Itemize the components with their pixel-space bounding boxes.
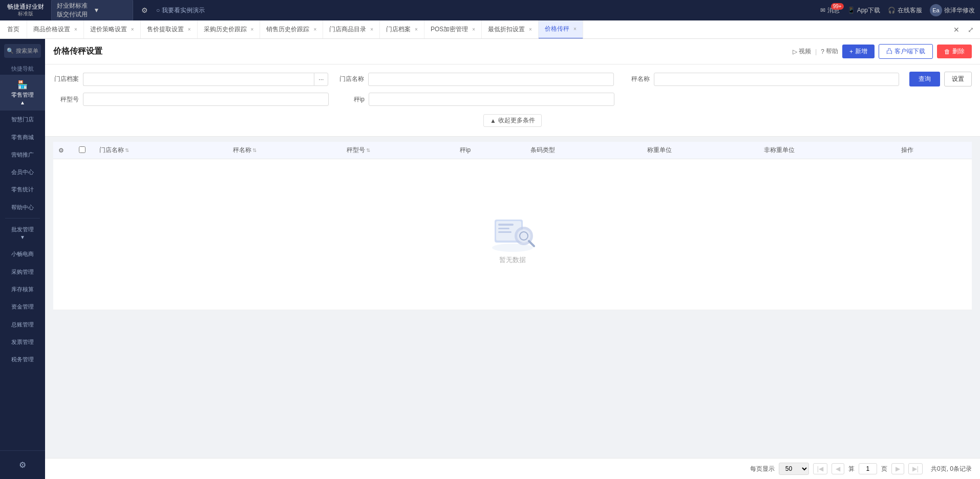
page-input[interactable] [859, 463, 877, 474]
sidebar-item-member-center[interactable]: 会员中心 [0, 163, 45, 181]
app-download-btn[interactable]: 📱 App下载 [847, 6, 880, 15]
sidebar-item-inventory[interactable]: 库存核算 [0, 280, 45, 298]
sidebar-item-help-center[interactable]: 帮助中心 [0, 199, 45, 216]
setting-button[interactable]: 设置 [944, 72, 972, 86]
tab-close-purchase-strategy[interactable]: × [131, 27, 134, 32]
store-name-label: 门店名称 [338, 75, 364, 83]
tab-purchase-history[interactable]: 采购历史价跟踪 × [198, 20, 261, 39]
th-checkbox[interactable] [74, 142, 94, 159]
store-archive-input[interactable] [83, 73, 314, 86]
tab-sale-history[interactable]: 销售历史价跟踪 × [260, 20, 323, 39]
sidebar-search-btn[interactable]: 🔍 搜索菜单 [4, 44, 41, 58]
tab-bar: 首页 商品价格设置 × 进价策略设置 × 售价提取设置 × 采购历史价跟踪 × … [0, 20, 980, 39]
sidebar-item-xiaochange-label: 小畅电商 [11, 250, 34, 257]
gear-icon-bottom: ⚙ [19, 461, 26, 469]
sidebar-item-purchase-mgmt[interactable]: 采购管理 [0, 263, 45, 280]
page-prev-btn[interactable]: ◀ [832, 463, 844, 474]
empty-state: 暂无数据 [58, 163, 967, 306]
add-button[interactable]: + 新增 [842, 45, 875, 58]
scale-name-input[interactable] [654, 73, 899, 86]
store-name-input[interactable] [368, 73, 613, 86]
delete-button[interactable]: 🗑 删除 [937, 45, 972, 58]
top-right-area: ✉ 消息 99+ 📱 App下载 🎧 在线客服 Ea 徐泽华修改 [820, 4, 975, 16]
sidebar-item-smart-store[interactable]: 智慧门店 [0, 111, 45, 128]
sidebar-gear-btn[interactable]: ⚙ [0, 456, 45, 474]
store-archive-label: 门店档案 [53, 75, 79, 83]
tab-close-sale-history[interactable]: × [313, 27, 316, 32]
demo-link-label: 我要看实例演示 [162, 6, 205, 15]
scale-model-input[interactable] [83, 93, 329, 106]
tab-close-pos-encrypt[interactable]: × [472, 27, 475, 32]
version-gear-btn[interactable]: ⚙ [138, 5, 151, 16]
version-selector[interactable]: 好业财标准版交付试用 ▼ [51, 0, 133, 21]
wholesale-mgmt-expand-icon: ▼ [20, 234, 25, 240]
sidebar-item-retail-stats-label: 零售统计 [11, 186, 34, 193]
sidebar-item-retail-stats[interactable]: 零售统计 [0, 181, 45, 198]
separator: | [815, 48, 817, 55]
page-first-btn[interactable]: |◀ [813, 463, 827, 474]
nav-label: 快捷导航 [11, 65, 34, 73]
th-weight-unit: 称重单位 [642, 142, 759, 159]
tab-close-purchase-history[interactable]: × [251, 27, 254, 32]
sidebar-item-tax[interactable]: 税务管理 [0, 351, 45, 368]
svg-rect-3 [498, 224, 514, 226]
select-all-checkbox[interactable] [79, 146, 86, 153]
tab-close-all-btn[interactable]: ✕ [951, 25, 962, 35]
tab-store-archive[interactable]: 门店档案 × [380, 20, 424, 39]
th-scale-model-sort[interactable]: 秤型号 ⇅ [347, 146, 450, 155]
sidebar-item-general-ledger[interactable]: 总账管理 [0, 316, 45, 333]
top-bar: 畅捷通好业财 标准版 好业财标准版交付试用 ▼ ⚙ ○ 我要看实例演示 ✉ 消息… [0, 0, 980, 20]
video-link[interactable]: ▷ 视频 [793, 47, 811, 56]
collapse-btn[interactable]: ▲ 收起更多条件 [483, 114, 542, 127]
version-label: 好业财标准版交付试用 [57, 2, 91, 19]
sidebar-divider-1 [5, 218, 40, 219]
tab-close-store-catalog[interactable]: × [370, 27, 373, 32]
add-label: 新增 [855, 47, 867, 56]
logo-area: 畅捷通好业财 标准版 [5, 3, 46, 17]
help-link[interactable]: ? 帮助 [821, 47, 838, 56]
tab-home[interactable]: 首页 [0, 20, 27, 39]
online-service-btn[interactable]: 🎧 在线客服 [888, 6, 922, 15]
demo-link[interactable]: ○ 我要看实例演示 [156, 6, 205, 15]
per-page-select[interactable]: 10 20 50 100 [779, 463, 809, 475]
sidebar-item-retail-mall[interactable]: 零售商城 [0, 128, 45, 146]
query-button[interactable]: 查询 [909, 72, 940, 86]
th-store-name-sort[interactable]: 门店名称 ⇅ [99, 146, 223, 155]
download-button[interactable]: 凸 客户端下载 [879, 44, 933, 59]
store-archive-dots-btn[interactable]: ··· [314, 73, 328, 86]
messages-btn[interactable]: ✉ 消息 99+ [820, 6, 840, 15]
user-area[interactable]: Ea 徐泽华修改 [930, 4, 975, 16]
sidebar-item-retail-mgmt[interactable]: 🏪 零售管理 ▲ [0, 75, 45, 111]
sidebar-item-inventory-label: 库存核算 [11, 286, 34, 293]
sidebar-search-area: 🔍 搜索菜单 [0, 39, 45, 63]
tab-store-catalog[interactable]: 门店商品目录 × [323, 20, 380, 39]
tab-price-scale[interactable]: 价格传秤 × [539, 20, 583, 39]
tab-close-price-setting[interactable]: × [74, 27, 77, 32]
sidebar-item-wholesale-mgmt[interactable]: 批发管理 ▼ [0, 221, 45, 245]
tab-expand-btn[interactable]: ⤢ [966, 25, 976, 35]
data-table: ⚙ 门店名称 ⇅ 秤名称 [53, 142, 972, 310]
tab-close-min-discount[interactable]: × [529, 27, 532, 32]
sidebar-item-finance[interactable]: 资金管理 [0, 298, 45, 315]
tab-close-sale-extract[interactable]: × [188, 27, 191, 32]
sidebar-item-marketing[interactable]: 营销推广 [0, 146, 45, 163]
tab-sale-extract[interactable]: 售价提取设置 × [141, 20, 198, 39]
page-last-btn[interactable]: ▶| [908, 463, 923, 474]
tab-purchase-strategy[interactable]: 进价策略设置 × [84, 20, 141, 39]
filter-store-archive: 门店档案 ··· [53, 73, 328, 86]
video-label: 视频 [799, 47, 811, 56]
sidebar-item-finance-label: 资金管理 [11, 303, 34, 310]
sidebar-item-invoice[interactable]: 发票管理 [0, 333, 45, 351]
empty-illustration [482, 204, 543, 255]
tab-min-discount[interactable]: 最低折扣设置 × [482, 20, 539, 39]
sidebar-item-xiaochange[interactable]: 小畅电商 [0, 245, 45, 263]
page-next-btn[interactable]: ▶ [891, 463, 904, 474]
filter-row-2: 秤型号 秤ip [53, 93, 972, 106]
tab-close-store-archive[interactable]: × [415, 27, 418, 32]
tab-close-price-scale[interactable]: × [573, 26, 577, 32]
th-scale-name-sort[interactable]: 秤名称 ⇅ [233, 146, 336, 155]
th-settings[interactable]: ⚙ [53, 142, 74, 159]
tab-pos-encrypt[interactable]: POS加密管理 × [424, 20, 482, 39]
scale-ip-input[interactable] [369, 93, 614, 106]
tab-price-setting[interactable]: 商品价格设置 × [27, 20, 84, 39]
